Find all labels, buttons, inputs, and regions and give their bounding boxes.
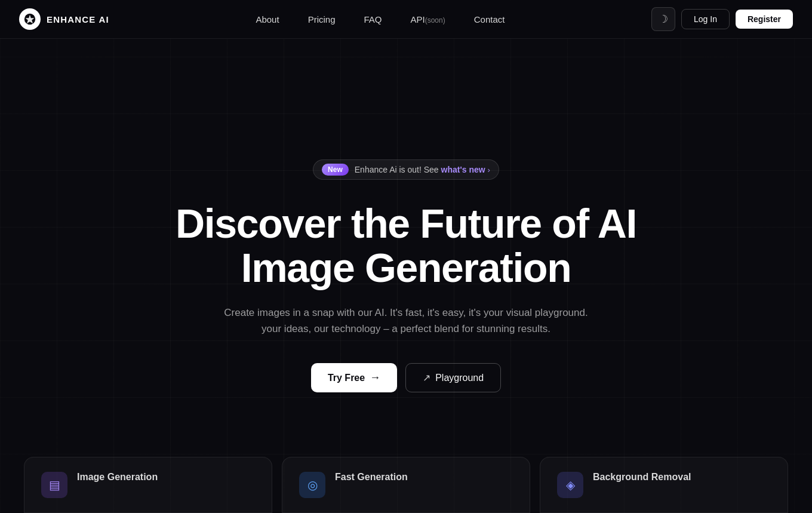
nav-links: About Pricing FAQ API(soon) Contact [244,10,516,29]
nav-api[interactable]: API(soon) [399,10,457,29]
hero-subtitle: Create images in a snap with our AI. It'… [215,305,597,337]
hero-section: New Enhance Ai is out! See what's new › … [0,0,812,513]
nav-about[interactable]: About [244,10,291,29]
fast-generation-icon: ◎ [299,472,325,498]
feature-image-generation-label: Image Generation [77,472,158,483]
logo-text: ENHANCE AI [47,14,109,24]
new-label: New [322,164,349,176]
playground-button[interactable]: ↗ Playground [405,363,501,392]
hero-buttons: Try Free → ↗ Playground [311,363,501,392]
features-section: ▤ Image Generation ◎ Fast Generation ◈ B… [0,457,812,513]
nav-faq[interactable]: FAQ [352,10,393,29]
logo-icon [19,8,41,30]
new-announcement-badge[interactable]: New Enhance Ai is out! See what's new › [313,159,499,180]
feature-card-fast-generation: ◎ Fast Generation [282,457,530,513]
nav-contact[interactable]: Contact [462,10,517,29]
feature-fast-generation-label: Fast Generation [335,472,408,483]
badge-arrow-icon: › [488,165,490,174]
nav-pricing[interactable]: Pricing [296,10,347,29]
register-button[interactable]: Register [736,10,793,29]
feature-background-removal-label: Background Removal [593,472,691,483]
try-free-button[interactable]: Try Free → [311,363,397,392]
background-removal-icon: ◈ [557,472,583,498]
feature-card-background-removal: ◈ Background Removal [540,457,788,513]
nav-actions: ☽ Log In Register [651,7,793,31]
login-button[interactable]: Log In [681,9,730,29]
moon-icon: ☽ [659,13,668,26]
logo-link[interactable]: ENHANCE AI [19,8,109,30]
dark-mode-toggle[interactable]: ☽ [651,7,675,31]
hero-content: New Enhance Ai is out! See what's new › … [137,159,675,393]
hero-title: Discover the Future of AI Image Generati… [152,201,660,291]
arrow-right-icon: → [370,371,380,384]
badge-text: Enhance Ai is out! See what's new › [355,165,490,174]
image-generation-icon: ▤ [41,472,67,498]
navbar: ENHANCE AI About Pricing FAQ API(soon) C… [0,0,812,39]
whats-new-link[interactable]: what's new [441,165,485,174]
external-link-icon: ↗ [423,372,430,383]
feature-card-image-generation: ▤ Image Generation [24,457,272,513]
